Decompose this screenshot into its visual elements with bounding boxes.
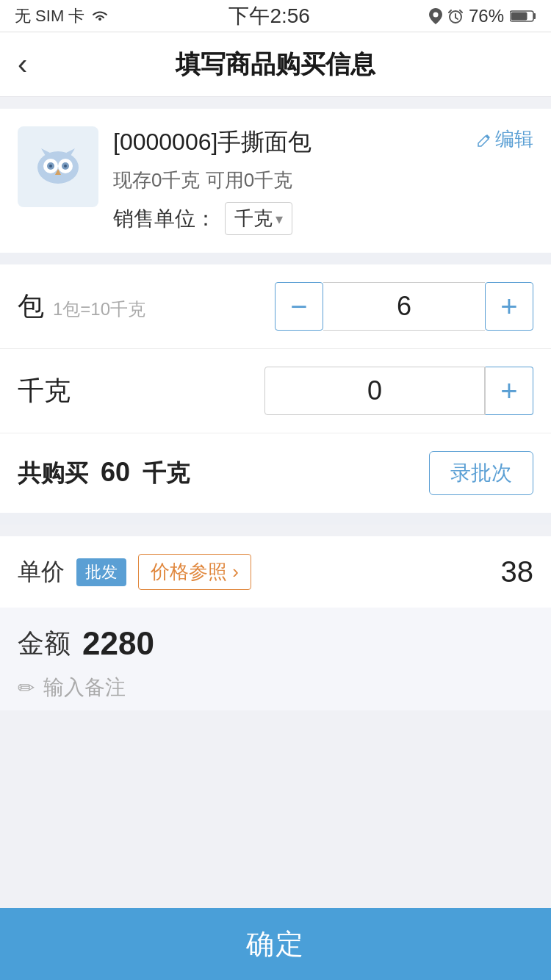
price-row: 单价 批发 价格参照 › 38 — [18, 554, 533, 590]
svg-point-13 — [64, 165, 67, 167]
battery-percent: 76% — [469, 6, 504, 26]
edit-button[interactable]: 编辑 — [476, 126, 533, 152]
status-time: 下午2:56 — [228, 2, 310, 30]
product-name: [0000006]手撕面包 — [113, 126, 533, 159]
summary-unit: 千克 — [143, 460, 190, 486]
edit-icon — [476, 131, 492, 148]
bag-input-section: 包 1包=10千克 − + — [0, 264, 551, 348]
svg-point-0 — [433, 12, 438, 17]
amount-value: 2280 — [82, 625, 154, 662]
location-icon — [429, 8, 442, 24]
price-tag: 批发 — [76, 558, 126, 586]
status-left: 无 SIM 卡 — [15, 5, 109, 27]
product-image — [18, 126, 98, 207]
kg-increment-button[interactable]: + — [485, 367, 533, 415]
alarm-icon — [448, 8, 463, 24]
product-stock: 现存0千克 可用0千克 — [113, 167, 533, 193]
svg-rect-5 — [533, 13, 536, 19]
product-unit-row: 销售单位： 千克 ▾ — [113, 202, 533, 235]
price-section: 单价 批发 价格参照 › 38 — [0, 536, 551, 608]
amount-section: 金额 2280 ✏ 输入备注 — [0, 608, 551, 710]
nav-bar: ‹ 填写商品购买信息 — [0, 32, 551, 97]
svg-line-3 — [455, 18, 458, 19]
kg-label: 千克 — [18, 373, 71, 409]
bag-sub-label: 1包=10千克 — [53, 298, 145, 321]
summary-prefix: 共购买 — [18, 460, 88, 486]
price-ref-button[interactable]: 价格参照 › — [138, 554, 251, 590]
edit-label: 编辑 — [495, 126, 533, 152]
batch-button[interactable]: 录批次 — [429, 451, 533, 495]
unit-select[interactable]: 千克 ▾ — [225, 202, 292, 235]
confirm-label: 确定 — [246, 926, 305, 963]
unit-label: 销售单位： — [113, 205, 216, 233]
svg-rect-6 — [511, 12, 527, 20]
unit-dropdown-icon: ▾ — [276, 210, 283, 228]
svg-point-12 — [49, 165, 52, 167]
summary-amount: 60 — [101, 457, 130, 487]
battery-icon — [510, 10, 536, 23]
sim-indicator: 无 SIM 卡 — [15, 5, 84, 27]
bag-input-row: 包 1包=10千克 − + — [18, 264, 533, 348]
status-right: 76% — [429, 6, 536, 26]
confirm-bar[interactable]: 确定 — [0, 908, 551, 980]
amount-label: 金额 — [18, 626, 71, 662]
bag-increment-button[interactable]: + — [485, 282, 533, 331]
note-icon: ✏ — [18, 676, 35, 700]
bag-label: 包 — [18, 289, 44, 325]
price-value: 38 — [501, 555, 534, 588]
product-logo-icon — [32, 147, 84, 187]
back-button[interactable]: ‹ — [18, 48, 27, 81]
bag-stepper: − + — [275, 282, 533, 331]
bag-input[interactable] — [323, 282, 485, 331]
section-divider-1 — [0, 253, 551, 264]
summary-row: 共购买 60 千克 录批次 — [0, 433, 551, 513]
note-row[interactable]: ✏ 输入备注 — [18, 674, 533, 702]
kg-input-section: 千克 + — [0, 349, 551, 433]
kg-input-row: 千克 + — [18, 349, 533, 433]
kg-input[interactable] — [264, 367, 485, 415]
product-card: [0000006]手撕面包 现存0千克 可用0千克 销售单位： 千克 ▾ 编辑 — [0, 109, 551, 253]
product-info: [0000006]手撕面包 现存0千克 可用0千克 销售单位： 千克 ▾ — [113, 126, 533, 235]
bag-decrement-button[interactable]: − — [275, 282, 323, 331]
status-bar: 无 SIM 卡 下午2:56 76% — [0, 0, 551, 32]
bottom-space — [0, 710, 551, 916]
wifi-icon — [90, 9, 109, 24]
unit-value: 千克 — [234, 206, 273, 231]
price-label: 单价 — [18, 556, 65, 588]
section-divider-2 — [0, 513, 551, 525]
bag-label-group: 包 1包=10千克 — [18, 289, 275, 325]
kg-stepper: + — [264, 367, 533, 415]
amount-row: 金额 2280 — [18, 625, 533, 662]
page-title: 填写商品购买信息 — [176, 48, 375, 82]
summary-text: 共购买 60 千克 — [18, 457, 190, 490]
note-placeholder: 输入备注 — [43, 674, 126, 702]
kg-label-group: 千克 — [18, 373, 264, 409]
